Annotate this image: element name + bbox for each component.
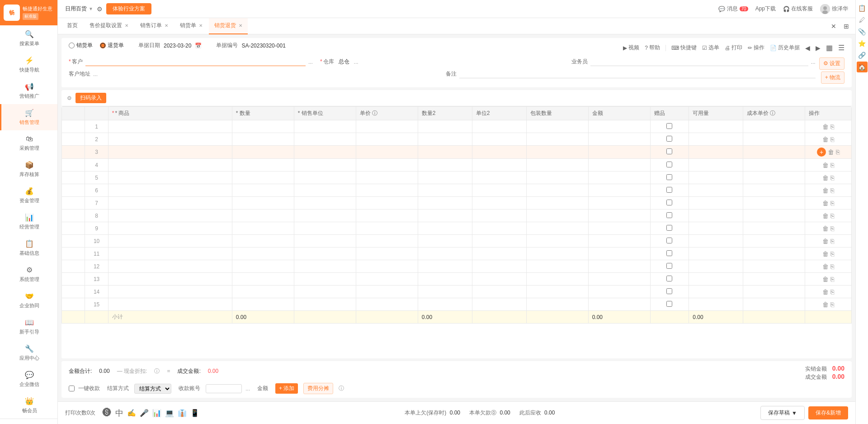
radio-return-input[interactable] [100, 43, 106, 48]
row-avail-cell[interactable] [689, 146, 743, 159]
row-qty-cell[interactable] [232, 235, 294, 248]
app-download-link[interactable]: App下载 [755, 5, 776, 13]
row-pack-cell[interactable] [526, 210, 588, 222]
gift-checkbox[interactable] [666, 288, 672, 294]
right-icon-5[interactable]: 🔗 [857, 50, 868, 61]
sidebar-item-apps[interactable]: 🔧 应用中心 [0, 340, 57, 366]
row-cost-cell[interactable] [743, 184, 805, 197]
row-qty-cell[interactable] [232, 260, 294, 273]
row-gift-cell[interactable] [650, 146, 689, 159]
scan-button[interactable]: 扫码录入 [75, 93, 106, 103]
row-product-cell[interactable] [108, 210, 232, 222]
row-gift-cell[interactable] [650, 273, 689, 286]
row-avail-cell[interactable] [689, 210, 743, 222]
row-unit-cell[interactable] [294, 210, 356, 222]
row-product-cell[interactable] [108, 172, 232, 184]
logistics-button[interactable]: + 物流 [821, 71, 844, 84]
row-avail-cell[interactable] [689, 120, 743, 133]
row-avail-cell[interactable] [689, 260, 743, 273]
sidebar-item-finance[interactable]: 💰 资金管理 [0, 182, 57, 209]
row-gift-cell[interactable] [650, 172, 689, 184]
row-amount-cell[interactable] [588, 197, 650, 210]
nav-prev-icon[interactable]: ◀ [805, 44, 810, 52]
row-qty-cell[interactable] [232, 172, 294, 184]
gift-checkbox[interactable] [666, 123, 672, 129]
copy-row-icon[interactable]: ⎘ [830, 212, 834, 219]
row-product-cell[interactable] [108, 260, 232, 273]
row-cost-cell[interactable] [743, 286, 805, 298]
row-price-cell[interactable] [356, 235, 418, 248]
row-qty-cell[interactable] [232, 120, 294, 133]
row-unit-cell[interactable] [294, 222, 356, 235]
row-qty-cell[interactable] [232, 133, 294, 146]
account-input[interactable] [206, 384, 242, 393]
row-gift-cell[interactable] [650, 235, 689, 248]
radio-return[interactable]: 退货单 [100, 42, 124, 49]
copy-row-icon[interactable]: ⎘ [830, 263, 834, 270]
row-unit2-cell[interactable] [472, 286, 526, 298]
row-product-cell[interactable] [108, 298, 232, 311]
row-unit-cell[interactable] [294, 248, 356, 260]
delete-row-icon[interactable]: 🗑 [822, 174, 829, 181]
gift-checkbox[interactable] [666, 250, 672, 256]
copy-row-icon[interactable]: ⎘ [836, 148, 840, 156]
close-tab-button[interactable]: ✕ [828, 22, 839, 31]
delete-row-icon[interactable]: 🗑 [822, 288, 829, 295]
copy-row-icon[interactable]: ⎘ [830, 162, 834, 169]
delete-row-icon[interactable]: 🗑 [822, 301, 829, 308]
nav-next-icon[interactable]: ▶ [816, 44, 821, 52]
row-qty-cell[interactable] [232, 298, 294, 311]
row-product-cell[interactable] [108, 248, 232, 260]
save-new-button[interactable]: 保存&新增 [808, 406, 848, 419]
row-amount-cell[interactable] [588, 222, 650, 235]
gift-checkbox[interactable] [666, 174, 672, 180]
row-amount-cell[interactable] [588, 248, 650, 260]
delete-row-icon[interactable]: 🗑 [822, 123, 829, 130]
row-qty-cell[interactable] [232, 184, 294, 197]
row-product-cell[interactable] [108, 222, 232, 235]
delete-row-icon[interactable]: 🗑 [828, 148, 834, 156]
sidebar-item-wechat[interactable]: 💬 企业微信 [0, 366, 57, 392]
row-qty2-cell[interactable] [418, 146, 472, 159]
row-unit-cell[interactable] [294, 298, 356, 311]
gift-checkbox[interactable] [666, 212, 672, 218]
sidebar-item-quick[interactable]: ⚡ 快捷导航 [0, 52, 57, 78]
video-btn[interactable]: ▶ 视频 [623, 44, 639, 52]
copy-row-icon[interactable]: ⎘ [830, 200, 834, 207]
row-gift-cell[interactable] [650, 197, 689, 210]
gift-checkbox[interactable] [666, 225, 672, 231]
row-unit2-cell[interactable] [472, 120, 526, 133]
radio-sale-input[interactable] [69, 43, 75, 48]
row-unit-cell[interactable] [294, 172, 356, 184]
row-product-cell[interactable] [108, 133, 232, 146]
row-amount-cell[interactable] [588, 159, 650, 172]
sidebar-item-marketing[interactable]: 📢 营销推广 [0, 78, 57, 104]
row-unit-cell[interactable] [294, 273, 356, 286]
row-cost-cell[interactable] [743, 197, 805, 210]
copy-row-icon[interactable]: ⎘ [830, 250, 834, 257]
message-badge[interactable]: 💬 消息 70 [718, 5, 748, 13]
staff-input[interactable] [590, 57, 808, 66]
row-unit2-cell[interactable] [472, 197, 526, 210]
row-gift-cell[interactable] [650, 286, 689, 298]
delete-row-icon[interactable]: 🗑 [822, 238, 829, 245]
copy-row-icon[interactable]: ⎘ [830, 301, 834, 308]
row-product-cell[interactable] [108, 159, 232, 172]
tab-close-icon[interactable]: ✕ [165, 23, 168, 28]
row-price-cell[interactable] [356, 120, 418, 133]
online-service-link[interactable]: 🎧 在线客服 [783, 5, 813, 13]
tab-close-icon[interactable]: ✕ [125, 23, 128, 28]
row-product-cell[interactable] [108, 286, 232, 298]
add-row-button[interactable]: + [817, 148, 826, 157]
row-gift-cell[interactable] [650, 210, 689, 222]
row-price-cell[interactable] [356, 248, 418, 260]
gift-checkbox[interactable] [666, 200, 672, 205]
row-pack-cell[interactable] [526, 159, 588, 172]
row-qty2-cell[interactable] [418, 286, 472, 298]
row-avail-cell[interactable] [689, 222, 743, 235]
sidebar-item-guide[interactable]: 📖 新手引导 [0, 314, 57, 340]
gift-checkbox[interactable] [666, 263, 672, 269]
row-qty2-cell[interactable] [418, 159, 472, 172]
row-amount-cell[interactable] [588, 172, 650, 184]
row-unit-cell[interactable] [294, 197, 356, 210]
